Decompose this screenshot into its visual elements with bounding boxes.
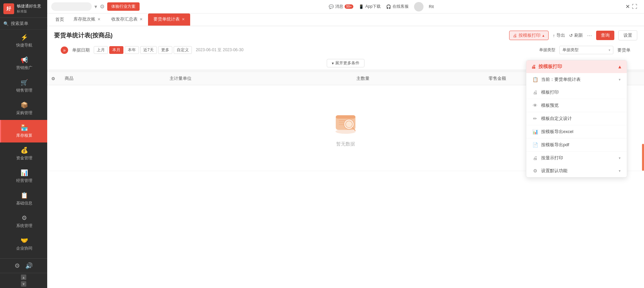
dropdown-header[interactable]: 🖨 按模板打印 ▲ (526, 60, 627, 73)
date-btn-custom[interactable]: 自定义 (174, 46, 192, 54)
dropdown-template-design[interactable]: ✏ 模板自定义设计 (526, 112, 627, 125)
maximize-button[interactable]: ⛶ (632, 4, 637, 10)
sidebar-item-inventory[interactable]: 🏪 库存核算 (0, 120, 47, 142)
header-dropdown-icon[interactable]: ▾ (94, 3, 97, 10)
expand-more-button[interactable]: ▾ 展开更多条件 (327, 59, 364, 67)
sidebar-item-shortcuts[interactable]: ⚡ 快捷导航 (0, 30, 47, 52)
tab-order-stats[interactable]: 要货单统计表 ✕ (148, 13, 190, 26)
search-icon: 🔍 (3, 21, 9, 26)
type-filter-select[interactable]: 单据类型 ▾ (559, 46, 613, 54)
date-btn-7days[interactable]: 近7天 (140, 46, 157, 54)
system-icon: ⚙ (22, 214, 27, 222)
template-design-icon: ✏ (532, 116, 538, 121)
template-print-label: 模板打印 (541, 89, 559, 95)
sidebar-item-finance[interactable]: 💰 资金管理 (0, 142, 47, 165)
settings-button[interactable]: 设置 (618, 30, 637, 40)
refresh-button[interactable]: ↺ 刷新 (569, 32, 583, 38)
sidebar-scroll-down[interactable]: ▼ (21, 281, 26, 287)
set-default-label: 设置默认功能 (541, 168, 567, 174)
template-design-label: 模板自定义设计 (541, 116, 572, 122)
finance-icon: 💰 (21, 147, 28, 154)
tab-batch-account[interactable]: 库存批次账 ✕ (68, 13, 106, 26)
display-print-label: 按显示打印 (541, 155, 563, 161)
filter-row: » 单据日期 上月 本月 本年 近7天 更多 自定义 2023-06-01 至 … (54, 43, 637, 57)
online-service-item[interactable]: 🎧 在线客服 (386, 4, 409, 9)
svg-rect-6 (339, 120, 346, 121)
dropdown-current-item[interactable]: 📋 当前：要货单统计表 ▾ (526, 73, 627, 86)
dropdown-template-preview[interactable]: 👁 模板预览 (526, 99, 627, 112)
service-icon: 🎧 (386, 4, 391, 9)
sidebar-item-basics[interactable]: 📋 基础信息 (0, 188, 47, 210)
table-header-quantity: 主数量 (352, 72, 485, 85)
sidebar-settings-icon[interactable]: ⚙ (14, 262, 20, 269)
more-icon[interactable]: ··· (587, 32, 592, 39)
svg-rect-2 (336, 115, 355, 119)
date-btn-this-month[interactable]: 本月 (109, 46, 123, 54)
date-btn-this-year[interactable]: 本年 (125, 46, 139, 54)
svg-point-0 (335, 129, 356, 134)
dropdown-template-excel[interactable]: 📊 按模板导出excel (526, 125, 627, 138)
sidebar-item-system[interactable]: ⚙ 系统管理 (0, 210, 47, 233)
sidebar-search[interactable]: 🔍 搜索菜单 (0, 18, 47, 30)
export-icon: ↑ (553, 33, 555, 38)
tab-close-icon[interactable]: ✕ (97, 17, 100, 22)
sidebar-item-cooperation[interactable]: 🤝 企业协同 (0, 233, 47, 255)
tab-close-icon[interactable]: ✕ (140, 17, 143, 22)
tab-close-icon[interactable]: ✕ (182, 17, 185, 22)
header-search-box[interactable] (51, 2, 92, 11)
dropdown-close-icon[interactable]: ▲ (617, 64, 622, 69)
dropdown-set-default[interactable]: ⚙ 设置默认功能 ▾ (526, 164, 627, 177)
sidebar-sound-icon[interactable]: 🔊 (25, 262, 33, 269)
sidebar-item-label: 营销推广 (16, 65, 32, 71)
window-controls: ✕ ⛶ (623, 3, 640, 10)
purchase-icon: 📦 (21, 101, 28, 109)
type-filter-chevron: ▾ (609, 48, 610, 52)
date-filter-label: 单据日期 (72, 47, 90, 53)
dropdown-display-print[interactable]: 🖨 按显示打印 ▾ (526, 152, 627, 164)
sidebar-item-guide[interactable]: 🎯 新手引导 (0, 255, 47, 258)
tab-home[interactable]: 首页 (51, 14, 68, 25)
export-button[interactable]: ↑ 导出 (553, 32, 565, 38)
messages-label: 消息 (335, 4, 343, 9)
app-download-item[interactable]: 📱 App下载 (359, 4, 380, 9)
right-scrollbar[interactable] (642, 144, 644, 171)
print-chevron-icon: ▲ (542, 34, 545, 37)
print-label: 按模板打印 (519, 32, 540, 38)
sidebar-item-label: 经营管理 (16, 178, 32, 184)
dropdown-template-pdf[interactable]: 📄 按模板导出pdf (526, 138, 627, 152)
table-header-settings[interactable]: ⚙ (47, 72, 61, 85)
header-settings-icon[interactable]: ⚙ (100, 3, 105, 10)
sidebar-item-label: 系统管理 (16, 223, 32, 229)
date-btn-last-month[interactable]: 上月 (94, 46, 108, 54)
filter-expand-button[interactable]: » (61, 46, 68, 54)
sidebar-item-purchase[interactable]: 📦 采购管理 (0, 97, 47, 120)
user-avatar[interactable] (414, 2, 423, 11)
app-logo: 好 畅捷通好生意 标准版 (0, 0, 47, 18)
sidebar-item-operation[interactable]: 📊 经营管理 (0, 165, 47, 188)
tab-receipt-summary[interactable]: 收发存汇总表 ✕ (106, 13, 148, 26)
operation-icon: 📊 (21, 169, 28, 177)
cooperation-icon: 🤝 (21, 237, 28, 244)
empty-icon (329, 109, 362, 136)
app-name: 畅捷通好生意 (17, 4, 41, 9)
svg-rect-7 (339, 122, 344, 123)
dropdown-template-print[interactable]: 🖨 模板打印 (526, 86, 627, 99)
display-print-chevron: ▾ (619, 156, 621, 160)
print-button[interactable]: 🖨 按模板打印 ▲ (509, 31, 549, 40)
close-button[interactable]: ✕ (625, 3, 630, 10)
logo-icon: 好 (3, 3, 14, 14)
date-btn-more[interactable]: 更多 (158, 46, 172, 54)
table-header-product: 商品 (61, 72, 166, 85)
online-service-label: 在线客服 (392, 4, 409, 9)
marketing-icon: 📢 (21, 56, 28, 64)
query-button[interactable]: 查询 (596, 31, 614, 40)
sidebar-item-label: 基础信息 (16, 200, 32, 206)
sidebar-item-marketing[interactable]: 📢 营销推广 (0, 52, 47, 75)
tab-label: 收发存汇总表 (111, 16, 138, 22)
sidebar-item-sales[interactable]: 🛒 销售管理 (0, 75, 47, 97)
user-name: Rit (429, 4, 434, 9)
basics-icon: 📋 (21, 192, 28, 199)
trial-button[interactable]: 体验行业方案 (107, 2, 140, 11)
messages-item[interactable]: 💬 消息 99+ (329, 4, 354, 9)
sidebar-scroll-up[interactable]: ▲ (21, 275, 26, 280)
